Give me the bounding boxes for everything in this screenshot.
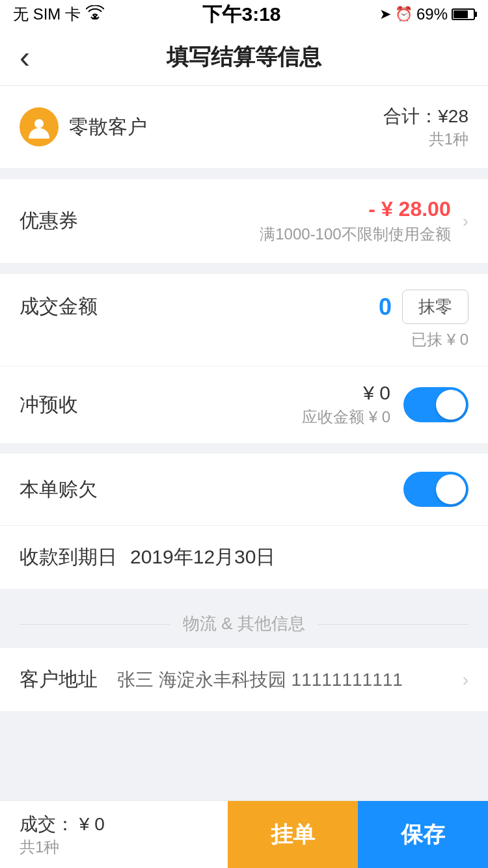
- deal-amount-value: 0: [379, 293, 392, 321]
- alarm-icon: ⏰: [395, 6, 413, 23]
- main-content: 零散客户 合计：¥28 共1种 优惠券 - ¥ 28.00 满1000-100不…: [0, 86, 488, 868]
- duedate-label: 收款到期日: [20, 544, 117, 571]
- deal-amount-row: 成交金额 0 抹零 已抹 ¥ 0: [0, 273, 488, 366]
- address-chevron: ›: [463, 670, 468, 690]
- deal-section: 成交金额 0 抹零 已抹 ¥ 0 冲预收 ¥ 0 应收金额 ¥ 0: [0, 273, 488, 443]
- deal-right-top: 0 抹零: [379, 290, 468, 324]
- status-time: 下午3:18: [202, 1, 280, 28]
- divider-1: [0, 589, 488, 599]
- back-button[interactable]: ‹: [20, 39, 30, 75]
- debt-section: 本单赊欠 收款到期日 2019年12月30日: [0, 454, 488, 589]
- deal-top: 成交金额 0 抹零: [20, 290, 468, 324]
- customer-avatar: [20, 107, 59, 146]
- logistics-header: 物流 & 其他信息: [0, 599, 488, 648]
- deal-label: 成交金额: [20, 293, 98, 320]
- status-bar: 无 SIM 卡 下午3:18 ➤ ⏰ 69%: [0, 0, 488, 29]
- customer-left: 零散客户: [20, 107, 147, 146]
- bottom-deal-label: 成交：: [20, 814, 74, 834]
- bottom-bar: 成交： ¥ 0 共1种 挂单 保存: [0, 800, 488, 868]
- location-icon: ➤: [379, 6, 391, 23]
- save-button[interactable]: 保存: [358, 801, 488, 868]
- prepay-label: 冲预收: [20, 392, 78, 418]
- address-value: 张三 海淀永丰科技园 11111111111: [117, 668, 459, 692]
- customer-right: 合计：¥28 共1种: [383, 104, 468, 150]
- round-zero-button[interactable]: 抹零: [402, 290, 468, 324]
- debt-toggle[interactable]: [403, 472, 468, 507]
- coupon-section[interactable]: 优惠券 - ¥ 28.00 满1000-100不限制使用金额 ›: [0, 178, 488, 263]
- address-section[interactable]: 客户地址 张三 海淀永丰科技园 11111111111 ›: [0, 648, 488, 711]
- carrier-text: 无 SIM 卡: [13, 4, 81, 25]
- prepay-row: 冲预收 ¥ 0 应收金额 ¥ 0: [0, 366, 488, 443]
- coupon-right: - ¥ 28.00 满1000-100不限制使用金额 ›: [260, 197, 468, 245]
- debt-label: 本单赊欠: [20, 476, 98, 503]
- prepay-values: ¥ 0 应收金额 ¥ 0: [302, 382, 390, 427]
- coupon-values: - ¥ 28.00 满1000-100不限制使用金额: [260, 197, 450, 245]
- duedate-value: 2019年12月30日: [130, 544, 275, 571]
- customer-name: 零散客户: [69, 114, 147, 141]
- coupon-row[interactable]: 优惠券 - ¥ 28.00 满1000-100不限制使用金额 ›: [0, 178, 488, 263]
- nav-bar: ‹ 填写结算等信息: [0, 29, 488, 86]
- wifi-icon: [86, 5, 104, 23]
- battery-percent: 69%: [416, 5, 448, 23]
- customer-count: 共1种: [383, 129, 468, 150]
- bottom-info: 成交： ¥ 0 共1种: [0, 801, 228, 868]
- deal-sub-text: 已抹 ¥ 0: [20, 329, 468, 350]
- prepay-amount: ¥ 0: [302, 382, 390, 404]
- battery-icon: [452, 8, 475, 20]
- prepay-right: ¥ 0 应收金额 ¥ 0: [302, 382, 468, 427]
- svg-point-1: [34, 119, 44, 128]
- status-left: 无 SIM 卡: [13, 4, 104, 25]
- debt-row: 本单赊欠: [0, 454, 488, 525]
- bottom-count: 共1种: [20, 837, 228, 858]
- customer-total: 合计：¥28: [383, 104, 468, 129]
- duedate-row: 收款到期日 2019年12月30日: [0, 525, 488, 589]
- debt-toggle-knob: [436, 474, 466, 504]
- prepay-toggle[interactable]: [403, 387, 468, 422]
- prepay-sub: 应收金额 ¥ 0: [302, 407, 390, 427]
- customer-row: 零散客户 合计：¥28 共1种: [0, 86, 488, 168]
- coupon-discount-note: 满1000-100不限制使用金额: [260, 224, 450, 245]
- customer-section: 零散客户 合计：¥28 共1种: [0, 86, 488, 168]
- logistics-header-text: 物流 & 其他信息: [170, 614, 318, 633]
- coupon-label: 优惠券: [20, 208, 78, 234]
- bottom-deal-row: 成交： ¥ 0: [20, 812, 228, 837]
- status-right: ➤ ⏰ 69%: [379, 5, 475, 23]
- coupon-chevron: ›: [463, 211, 468, 232]
- toggle-knob: [436, 390, 466, 420]
- address-row[interactable]: 客户地址 张三 海淀永丰科技园 11111111111 ›: [0, 648, 488, 711]
- pending-button[interactable]: 挂单: [228, 801, 358, 868]
- address-label: 客户地址: [20, 666, 98, 693]
- duedate-inner: 收款到期日 2019年12月30日: [20, 544, 468, 571]
- page-title: 填写结算等信息: [167, 42, 321, 72]
- coupon-discount-value: - ¥ 28.00: [260, 197, 450, 221]
- bottom-deal-amount: ¥ 0: [79, 814, 105, 834]
